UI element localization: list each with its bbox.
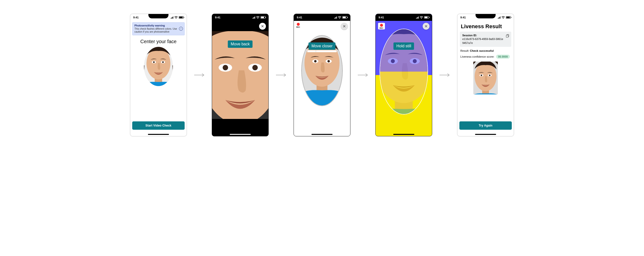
instruction-pill: Hold still — [394, 43, 414, 50]
battery-icon — [506, 16, 511, 19]
status-icons — [171, 16, 184, 19]
status-time: 9:41 — [133, 16, 138, 19]
battery-icon — [342, 16, 347, 19]
battery-icon — [260, 16, 266, 19]
wifi-icon — [420, 16, 423, 19]
result-value: Check successful — [470, 49, 494, 52]
reference-face-thumbnail — [473, 62, 498, 94]
flow-arrow — [439, 73, 450, 78]
flow-arrow — [194, 73, 205, 78]
photosensitivity-warning: Photosensitivity warning This check flas… — [132, 22, 185, 35]
rec-indicator: REC — [296, 23, 300, 28]
status-bar: 9:41 — [376, 14, 432, 21]
svg-rect-22 — [506, 35, 508, 38]
result-row: Result: Check successful — [460, 49, 511, 52]
status-bar: 9:41 — [212, 14, 268, 21]
close-button[interactable] — [259, 23, 266, 30]
status-icons — [252, 16, 266, 19]
face-oval-frame — [380, 29, 428, 115]
signal-icon — [171, 17, 173, 19]
rec-indicator: REC — [378, 23, 385, 30]
signal-icon — [252, 17, 255, 19]
home-indicator — [230, 134, 251, 135]
svg-point-20 — [503, 18, 504, 19]
status-time: 9:41 — [460, 16, 466, 19]
signal-icon — [416, 17, 419, 19]
score-label: Liveness confidence score: — [460, 55, 494, 58]
phone-screen-4: 9:41 REC Hold still — [376, 14, 432, 136]
page-title: Liveness Result — [461, 23, 510, 30]
phone-screen-2: 9:41 Move back — [212, 14, 268, 136]
svg-point-12 — [340, 18, 340, 19]
score-value-badge: 99.9999 — [496, 55, 510, 59]
warning-body: This check flashes different colors. Use… — [134, 28, 177, 33]
signal-icon — [334, 17, 337, 19]
result-label: Result: — [460, 49, 469, 52]
face-preview-oval — [144, 47, 173, 86]
status-icons — [334, 16, 347, 19]
battery-icon — [179, 16, 184, 19]
status-icons — [498, 16, 511, 19]
home-indicator — [148, 134, 169, 135]
rec-label: REC — [380, 27, 384, 29]
rec-label: REC — [296, 26, 300, 28]
info-icon[interactable]: i — [179, 27, 183, 31]
status-time: 9:41 — [215, 16, 220, 19]
phone-screen-5: 9:41 Liveness Result Session ID: e116c87… — [457, 14, 514, 136]
battery-icon — [424, 16, 429, 19]
try-again-button[interactable]: Try Again — [459, 121, 512, 130]
progress-bar — [307, 50, 337, 52]
home-indicator — [393, 134, 414, 135]
status-time: 9:41 — [297, 16, 302, 19]
rec-dot-icon — [297, 23, 300, 26]
score-row: Liveness confidence score: 99.9999 — [460, 55, 511, 59]
svg-point-6 — [176, 18, 176, 19]
phone-screen-3: 9:41 REC Move closer — [294, 14, 350, 136]
wifi-icon — [256, 16, 260, 19]
status-bar: 9:41 — [294, 14, 350, 21]
phone-screen-1: 9:41 Photosensitivity warning This check… — [130, 14, 187, 136]
close-button[interactable] — [423, 23, 430, 30]
rec-dot-icon — [380, 24, 383, 27]
warning-title: Photosensitivity warning — [134, 24, 165, 27]
progress-fill — [307, 50, 316, 52]
start-video-check-button[interactable]: Start Video Check — [132, 121, 185, 130]
notch — [148, 14, 168, 18]
home-indicator — [312, 134, 332, 135]
session-id-value: e116c873-6379-4959-9a83-5861e9457a7e — [462, 38, 503, 44]
instruction-pill: Move closer — [308, 43, 336, 50]
session-id-label: Session ID: — [462, 34, 477, 37]
signal-icon — [498, 17, 500, 19]
copy-icon[interactable] — [506, 34, 509, 38]
flow-arrow — [357, 73, 368, 78]
flow-arrow — [276, 73, 287, 78]
wifi-icon — [174, 16, 178, 19]
wifi-icon — [338, 16, 341, 19]
flow-diagram: 9:41 Photosensitivity warning This check… — [0, 0, 644, 150]
svg-point-16 — [421, 18, 422, 19]
svg-point-8 — [258, 18, 258, 19]
session-id-box: Session ID: e116c873-6379-4959-9a83-5861… — [460, 32, 511, 47]
status-time: 9:41 — [378, 16, 384, 19]
close-button[interactable] — [341, 23, 348, 30]
wifi-icon — [502, 16, 505, 19]
page-title: Center your face — [130, 39, 186, 44]
status-icons — [416, 16, 429, 19]
home-indicator — [475, 134, 496, 135]
notch — [476, 14, 496, 18]
instruction-pill: Move back — [228, 41, 252, 48]
